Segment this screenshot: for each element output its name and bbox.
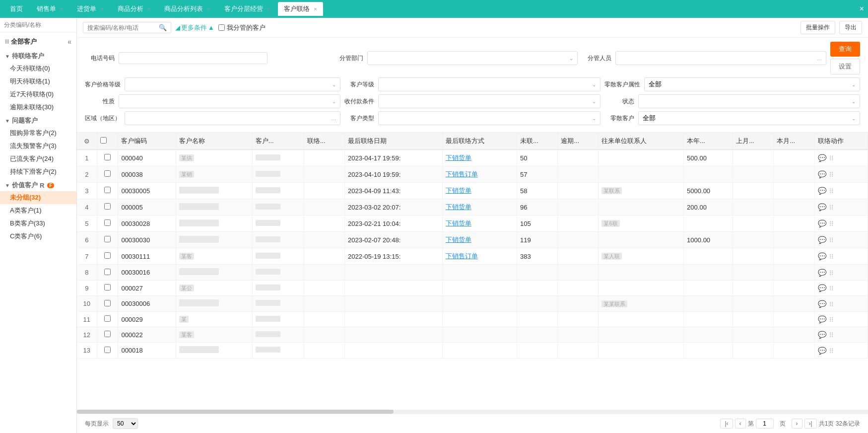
price-level-select[interactable]: ⌄ (125, 77, 340, 91)
grid-action-icon[interactable]: ⁝⁝ (829, 315, 833, 323)
sidebar-item-c-class[interactable]: C类客户(6) (0, 230, 76, 243)
sidebar-item-declining[interactable]: 持续下滑客户(2) (0, 165, 76, 178)
batch-operation-button[interactable]: 批量操作 (801, 21, 835, 34)
sidebar-item-ungroup[interactable]: 未分组(32) (0, 191, 76, 204)
grid-action-icon[interactable]: ⁝⁝ (829, 170, 833, 178)
grid-action-icon[interactable]: ⁝⁝ (829, 331, 833, 339)
row-checkbox[interactable] (97, 327, 118, 343)
next-page-button[interactable]: › (792, 419, 802, 429)
sidebar-item-7days[interactable]: 近7天待联络(0) (0, 88, 76, 101)
tab-customer-segment[interactable]: 客户分层经营 × (218, 2, 276, 16)
query-button[interactable]: 查询 (830, 42, 860, 57)
sidebar-all-customers[interactable]: ⁝⁝ 全部客户 « (0, 34, 76, 49)
grid-action-icon[interactable]: ⁝⁝ (829, 252, 833, 260)
tab-purchase[interactable]: 进货单 × (71, 2, 109, 16)
sidebar-item-churned[interactable]: 已流失客户(24) (0, 152, 76, 165)
grid-action-icon[interactable]: ⁝⁝ (829, 347, 833, 355)
grid-action-icon[interactable]: ⁝⁝ (829, 203, 833, 211)
gear-icon[interactable]: ⚙ (80, 138, 94, 145)
search-input[interactable] (87, 24, 157, 31)
cust-type-select[interactable]: ⌄ (378, 111, 600, 125)
chat-icon[interactable]: 💬 (818, 203, 826, 211)
grid-action-icon[interactable]: ⁝⁝ (829, 187, 833, 195)
row-checkbox[interactable] (97, 150, 118, 166)
chat-icon[interactable]: 💬 (818, 347, 826, 355)
row-checkbox[interactable] (97, 216, 118, 232)
last-page-button[interactable]: ›| (804, 419, 817, 429)
region-select[interactable]: … (125, 111, 340, 125)
filter-more-button[interactable]: ◢ 更多条件 ▲ (175, 23, 214, 32)
tab-sales[interactable]: 销售单 × (31, 2, 69, 16)
chat-icon[interactable]: 💬 (818, 219, 826, 227)
retail-attr-select[interactable]: 全部 ⌄ (644, 77, 860, 91)
sidebar-item-tomorrow[interactable]: 明天待联络(1) (0, 75, 76, 88)
chat-icon[interactable]: 💬 (818, 284, 826, 292)
row-checkbox[interactable] (97, 296, 118, 312)
filter-my-customers[interactable]: 我分管的客户 (218, 23, 266, 32)
manager-select[interactable]: … (615, 51, 826, 65)
page-size-select[interactable]: 50 20 100 (113, 418, 138, 429)
close-icon[interactable]: × (267, 6, 270, 12)
row-checkbox[interactable] (97, 199, 118, 216)
chat-icon[interactable]: 💬 (818, 170, 826, 178)
sidebar-item-today[interactable]: 今天待联络(0) (0, 62, 76, 75)
row-checkbox[interactable] (97, 232, 118, 248)
close-icon[interactable]: × (207, 6, 210, 12)
collapse-icon[interactable]: « (67, 38, 71, 46)
sidebar-item-a-class[interactable]: A类客户(1) (0, 204, 76, 217)
dept-select[interactable]: ⌄ (367, 51, 578, 65)
prev-page-button[interactable]: ‹ (735, 419, 746, 429)
sidebar-search-input[interactable] (4, 21, 77, 28)
close-icon[interactable]: × (314, 6, 317, 12)
row-checkbox[interactable] (97, 312, 118, 327)
row-checkbox[interactable] (97, 281, 118, 296)
grid-action-icon[interactable]: ⁝⁝ (829, 300, 833, 308)
row-checkbox[interactable] (97, 166, 118, 183)
reset-button[interactable]: 设置 (830, 59, 860, 74)
grid-action-icon[interactable]: ⁝⁝ (829, 284, 833, 292)
grid-action-icon[interactable]: ⁝⁝ (829, 219, 833, 227)
chat-icon[interactable]: 💬 (818, 154, 826, 162)
chat-icon[interactable]: 💬 (818, 269, 826, 277)
payment-select[interactable]: ⌄ (378, 94, 600, 108)
first-page-button[interactable]: |‹ (720, 419, 733, 429)
retail-select[interactable]: 全部 ⌄ (638, 111, 860, 125)
sidebar-item-overdue[interactable]: 逾期未联络(30) (0, 101, 76, 114)
horizontal-scrollbar[interactable] (77, 410, 868, 414)
status-select[interactable]: ⌄ (638, 94, 860, 108)
row-checkbox[interactable] (97, 343, 118, 359)
tab-analysis-list[interactable]: 商品分析列表 × (158, 2, 216, 16)
grid-action-icon[interactable]: ⁝⁝ (829, 236, 833, 244)
row-checkbox[interactable] (97, 183, 118, 199)
window-close-icon[interactable]: × (860, 4, 864, 13)
chat-icon[interactable]: 💬 (818, 252, 826, 260)
sidebar-item-churn-warning[interactable]: 流失预警客户(3) (0, 140, 76, 152)
grid-action-icon[interactable]: ⁝⁝ (829, 269, 833, 277)
sidebar-item-abnormal[interactable]: 囤购异常客户(2) (0, 127, 76, 140)
row-checkbox[interactable] (97, 265, 118, 281)
select-all-checkbox[interactable] (100, 137, 107, 144)
row-checkbox[interactable] (97, 248, 118, 265)
close-icon[interactable]: × (100, 6, 103, 12)
cell-last-month (733, 183, 774, 199)
page-number-input[interactable] (756, 419, 774, 429)
chat-icon[interactable]: 💬 (818, 300, 826, 308)
phone-input[interactable] (119, 52, 267, 64)
chat-icon[interactable]: 💬 (818, 236, 826, 244)
nature-select[interactable]: ⌄ (119, 94, 340, 108)
chat-icon[interactable]: 💬 (818, 315, 826, 323)
export-button[interactable]: 导出 (839, 21, 862, 34)
cust-level-select[interactable]: ⌄ (378, 77, 600, 91)
search-icon[interactable]: 🔍 (159, 24, 167, 31)
tab-analysis[interactable]: 商品分析 × (112, 2, 156, 16)
scrollbar-thumb[interactable] (77, 410, 394, 414)
grid-action-icon[interactable]: ⁝⁝ (829, 154, 833, 162)
chat-icon[interactable]: 💬 (818, 187, 826, 195)
sidebar-item-b-class[interactable]: B类客户(33) (0, 217, 76, 230)
close-icon[interactable]: × (147, 6, 150, 12)
tab-home[interactable]: 首页 (4, 2, 29, 16)
close-icon[interactable]: × (60, 6, 63, 12)
tab-customer-contact[interactable]: 客户联络 × (278, 2, 323, 16)
chat-icon[interactable]: 💬 (818, 331, 826, 339)
my-customers-checkbox[interactable] (218, 24, 225, 31)
